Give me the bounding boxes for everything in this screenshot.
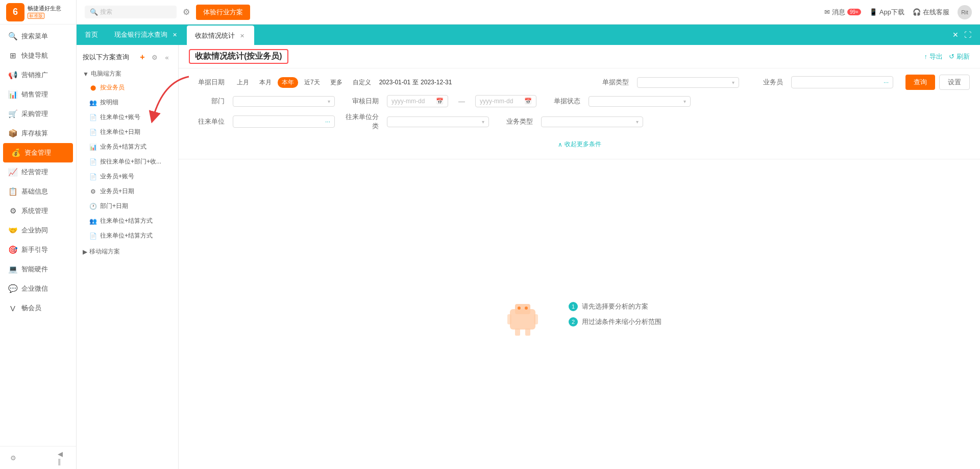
app-download-btn[interactable]: 📱 App下载 (869, 8, 904, 17)
tab-receipt-close[interactable]: ✕ (238, 32, 246, 40)
date-tab-last-month[interactable]: 上月 (233, 77, 253, 88)
review-date-from[interactable]: yyyy-mm-dd 📅 (387, 95, 448, 107)
svg-rect-4 (507, 314, 511, 324)
date-from: 2023-01-01 (379, 79, 410, 86)
topbar-search-box[interactable]: 🔍 搜索 (85, 6, 177, 18)
scheme-item-salesman[interactable]: ⬤ 按业务员 (77, 80, 178, 95)
sidebar-item-operation[interactable]: 📈 经营管理 (0, 162, 76, 182)
sidebar-item-sales[interactable]: 📊 销售管理 (0, 85, 76, 104)
query-btn[interactable]: 查询 (905, 75, 935, 90)
date-range: 2023-01-01 至 2023-12-31 (379, 78, 452, 87)
sidebar-item-stock[interactable]: 📦 库存核算 (0, 124, 76, 143)
search-row-3: 往来单位 ··· 往来单位分类 ▾ 业务类型 ▾ (189, 112, 970, 131)
scheme-item-partner-date[interactable]: 📄 往来单位+日期 (77, 125, 178, 139)
review-date-to[interactable]: yyyy-mm-dd 📅 (475, 95, 536, 107)
sidebar-item-corp[interactable]: 🤝 企业协同 (0, 221, 76, 240)
sidebar-item-guide[interactable]: 🎯 新手引导 (0, 240, 76, 260)
trial-btn[interactable]: 体验行业方案 (196, 5, 250, 20)
scheme-item-partner-settlement2[interactable]: 📄 往来单位+结算方式 (77, 228, 178, 243)
message-btn[interactable]: ✉ 消息 99+ (824, 8, 861, 17)
maximize-window-btn[interactable]: ⛶ (964, 31, 972, 39)
refresh-btn[interactable]: ↺ 刷新 (949, 52, 970, 61)
scheme-item-salesman-account[interactable]: 📄 业务员+账号 (77, 169, 178, 184)
scheme-item-dept-date[interactable]: 🕐 部门+日期 (77, 199, 178, 214)
sidebar-settings-icon[interactable]: ⚙ (8, 453, 18, 463)
counterpart-more-btn[interactable]: ··· (325, 118, 330, 125)
sidebar-item-wechat[interactable]: 💬 企业微信 (0, 279, 76, 298)
add-scheme-btn[interactable]: + (137, 52, 148, 62)
scheme-item-detail[interactable]: 👥 按明细 (77, 95, 178, 110)
scheme-item-partner-settlement1[interactable]: 👥 往来单位+结算方式 (77, 214, 178, 228)
salesman-date-icon: ⚙ (89, 187, 97, 196)
date-tab-custom[interactable]: 自定义 (349, 77, 375, 88)
sidebar-item-purchase[interactable]: 🛒 采购管理 (0, 104, 76, 124)
sidebar-item-basic[interactable]: 📋 基础信息 (0, 182, 76, 201)
partner-dept-icon: 📄 (89, 158, 97, 166)
dept-label: 部门 (189, 97, 225, 106)
counterpart-cat-select[interactable]: ▾ (387, 116, 489, 127)
search-placeholder: 搜索 (100, 8, 112, 16)
export-btn[interactable]: ↑ 导出 (924, 52, 943, 61)
date-tab-this-year[interactable]: 本年 (278, 77, 298, 88)
settings-btn[interactable]: 设置 (939, 75, 970, 90)
scheme-settings-btn[interactable]: ⚙ (150, 52, 160, 62)
tab-bar: 首页 现金银行流水查询 ✕ 收款情况统计 ✕ ✕ ⛶ (77, 25, 980, 45)
salesman-select[interactable]: ··· (791, 76, 893, 88)
right-panel: 收款情况统计(按业务员) ↑ 导出 ↺ 刷新 单据日期 (179, 45, 980, 469)
active-scheme-icon: ⬤ (89, 84, 97, 92)
content-area: 按以下方案查询 + ⚙ « ▼ 电脑端方案 ⬤ 按业务员 👥 (77, 45, 980, 469)
doc-type-select[interactable]: ▾ (637, 77, 739, 88)
sidebar-item-marketing[interactable]: 📢 营销推广 (0, 65, 76, 85)
salesman-settlement-icon: 📊 (89, 143, 97, 151)
grid-icon: ⊞ (8, 51, 17, 60)
sidebar-item-member[interactable]: V 畅会员 (0, 298, 76, 318)
desktop-scheme-header[interactable]: ▼ 电脑端方案 (77, 67, 178, 80)
doc-status-select[interactable]: ▾ (589, 96, 691, 107)
sidebar: 6 畅捷通好生意 标准版 🔍 搜索菜单 ⊞ 快捷导航 📢 营销推广 📊 销售管理… (0, 0, 77, 469)
counterpart-select[interactable]: ··· (233, 115, 335, 128)
date-tab-more[interactable]: 更多 (326, 77, 347, 88)
tab-receipt[interactable]: 收款情况统计 ✕ (187, 26, 254, 46)
message-icon: ✉ (824, 8, 830, 16)
collapse-bar[interactable]: ∧ 收起更多条件 (189, 136, 970, 153)
mobile-scheme-header[interactable]: ▶ 移动端方案 (77, 245, 178, 258)
tab-bank-close[interactable]: ✕ (170, 31, 179, 39)
mobile-scheme-group: ▶ 移动端方案 (77, 245, 178, 258)
salesman-label: 业务员 (747, 78, 783, 87)
calendar-icon: 📅 (436, 98, 444, 105)
dept-select[interactable]: ▾ (233, 96, 335, 107)
counterpart-cat-label: 往来单位分类 (343, 112, 379, 131)
search-row-1: 单据日期 上月 本月 本年 近7天 更多 自定义 2023-01-01 至 (189, 75, 970, 90)
date-tab-this-month[interactable]: 本月 (255, 77, 276, 88)
close-window-btn[interactable]: ✕ (951, 31, 960, 39)
topbar-settings-icon[interactable]: ⚙ (183, 7, 190, 17)
scheme-item-partner-dept[interactable]: 📄 按往来单位+部门+收... (77, 154, 178, 169)
tab-bank[interactable]: 现金银行流水查询 ✕ (106, 25, 187, 45)
sidebar-item-search[interactable]: 🔍 搜索菜单 (0, 27, 76, 46)
scheme-item-partner-account[interactable]: 📄 往来单位+账号 (77, 110, 178, 125)
purchase-icon: 🛒 (8, 109, 17, 119)
user-avatar[interactable]: Rit (958, 5, 972, 19)
date-tab-7days[interactable]: 近7天 (300, 77, 324, 88)
partner-date-icon: 📄 (89, 128, 97, 136)
sidebar-item-shortcut[interactable]: ⊞ 快捷导航 (0, 46, 76, 65)
page-title: 收款情况统计(按业务员) (195, 52, 282, 60)
online-service-btn[interactable]: 🎧 在线客服 (913, 8, 949, 17)
biz-type-select[interactable]: ▾ (541, 116, 643, 127)
sidebar-item-finance[interactable]: 💰 资金管理 (3, 143, 73, 162)
scheme-item-salesman-settlement[interactable]: 📊 业务员+结算方式 (77, 139, 178, 154)
svg-rect-7 (525, 329, 530, 336)
member-icon: V (8, 303, 17, 313)
dept-date-icon: 🕐 (89, 202, 97, 210)
download-icon: 📱 (869, 8, 877, 16)
tab-home[interactable]: 首页 (77, 25, 106, 45)
scheme-item-salesman-date[interactable]: ⚙ 业务员+日期 (77, 184, 178, 199)
sidebar-item-hardware[interactable]: 💻 智能硬件 (0, 260, 76, 279)
sidebar-collapse-icon[interactable]: ◀ ‖ (58, 453, 68, 463)
search-row-2: 部门 ▾ 审核日期 yyyy-mm-dd 📅 — yyyy-mm-dd 📅 (189, 95, 970, 107)
export-icon: ↑ (924, 53, 928, 60)
sidebar-item-system[interactable]: ⚙ 系统管理 (0, 201, 76, 221)
salesman-more-btn[interactable]: ··· (884, 79, 889, 86)
collapse-panel-btn[interactable]: « (162, 52, 172, 62)
review-date-label: 审核日期 (343, 97, 379, 106)
